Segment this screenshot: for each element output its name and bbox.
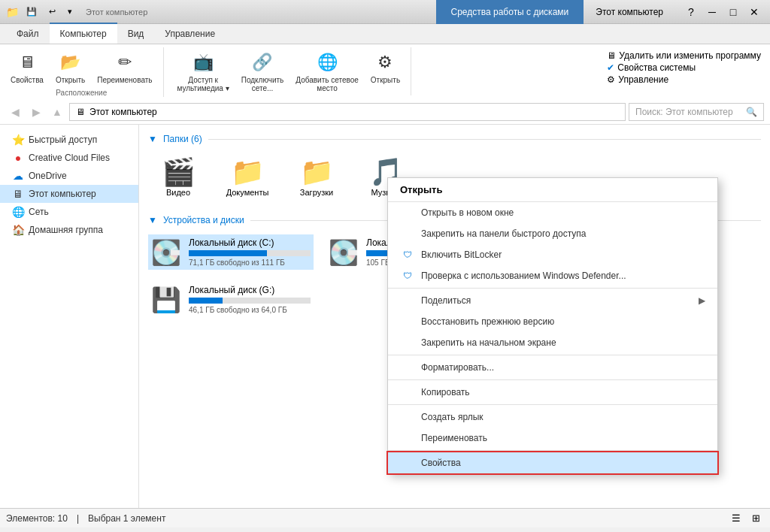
sidebar-item-homegroup[interactable]: 🏠 Домашняя группа	[0, 221, 138, 239]
cm-restore-prev[interactable]: Восстановить прежнюю версию	[388, 311, 717, 332]
tab-manage[interactable]: Управление	[154, 24, 226, 44]
properties-button[interactable]: 🖥 Свойства	[6, 47, 48, 87]
drive-g-size: 46,1 ГБ свободно из 64,0 ГБ	[189, 306, 311, 314]
cm-share-arrow: ▶	[699, 295, 705, 306]
details-view-button[interactable]: ☰	[728, 511, 744, 526]
drive-c[interactable]: 💽 Локальный диск (C:) 71,1 ГБ свободно и…	[148, 234, 314, 270]
close-button[interactable]: ✕	[744, 3, 764, 21]
open2-icon: ⚙	[373, 50, 397, 74]
folders-separator	[208, 139, 761, 140]
drive-g-bar-fill	[189, 298, 223, 304]
context-menu-header: Открыть	[388, 178, 717, 202]
cm-properties-label: Свойства	[421, 458, 461, 468]
cm-share[interactable]: Поделиться ▶	[388, 290, 717, 311]
manage-icon: ⚙	[607, 74, 615, 85]
title-bar-left: 📁 💾 ↩ ▾ Этот компьютер	[0, 5, 436, 18]
connect-button[interactable]: 🔗 Подключитьсете...	[237, 47, 289, 95]
main-content: ⭐ Быстрый доступ ● Creative Cloud Files …	[0, 125, 770, 508]
selected-count: Выбран 1 элемент	[88, 513, 165, 524]
cm-sep2	[388, 355, 717, 355]
drive-g[interactable]: 💾 Локальный диск (G:) 46,1 ГБ свободно и…	[148, 282, 314, 317]
cm-format[interactable]: Форматировать...	[388, 357, 717, 378]
multimedia-icon: 📺	[191, 50, 215, 74]
cm-pin-start-label: Закрепить на начальном экране	[421, 337, 556, 348]
addnet-button[interactable]: 🌐 Добавить сетевоеместо	[291, 47, 363, 95]
sysinfo-item[interactable]: ✔ Свойства системы	[607, 62, 761, 73]
tab-file[interactable]: Файл	[6, 24, 50, 44]
drive-c-info: Локальный диск (C:) 71,1 ГБ свободно из …	[189, 237, 311, 267]
title-center-tab: Средства работы с дисками	[436, 0, 584, 24]
folder-downloads[interactable]: 📁 Загрузки	[286, 153, 347, 200]
folders-section-header: ▼ Папки (6)	[148, 134, 761, 144]
tiles-view-button[interactable]: ⊞	[747, 511, 764, 526]
uninstall-label: Удалить или изменить программу	[619, 50, 761, 61]
cm-defender[interactable]: 🛡 Проверка с использованием Windows Defe…	[388, 265, 717, 286]
network-icon: 🌐	[12, 206, 24, 218]
maximize-button[interactable]: □	[723, 3, 743, 21]
cm-open-new-window[interactable]: Открыть в новом окне	[388, 202, 717, 223]
sidebar-item-network[interactable]: 🌐 Сеть	[0, 203, 138, 221]
quick-access-undo[interactable]: ↩	[44, 5, 60, 18]
ribbon-group-network: 📺 Доступ кмультимедиа ▾ 🔗 Подключитьсете…	[173, 47, 412, 95]
sidebar-item-quickaccess[interactable]: ⭐ Быстрый доступ	[0, 131, 138, 149]
cm-sep1	[388, 288, 717, 289]
quick-access-down[interactable]: ▾	[63, 5, 77, 18]
multimedia-button[interactable]: 📺 Доступ кмультимедиа ▾	[173, 47, 234, 95]
onedrive-label: OneDrive	[29, 171, 67, 181]
properties-label: Свойства	[11, 76, 44, 84]
minimize-button[interactable]: ─	[702, 3, 722, 21]
status-separator: |	[77, 513, 79, 524]
cm-rename-label: Переименовать	[421, 433, 487, 443]
sidebar-item-onedrive[interactable]: ☁ OneDrive	[0, 167, 138, 185]
tab-view[interactable]: Вид	[117, 24, 155, 44]
video-label: Видео	[166, 188, 190, 197]
back-button[interactable]: ◀	[6, 103, 24, 121]
cm-copy[interactable]: Копировать	[388, 382, 717, 403]
forward-button[interactable]: ▶	[27, 103, 45, 121]
homegroup-label: Домашняя группа	[29, 225, 103, 235]
open-icon: 📂	[59, 50, 83, 74]
uninstall-item[interactable]: 🖥 Удалить или изменить программу	[607, 50, 761, 61]
quickaccess-label: Быстрый доступ	[29, 135, 97, 145]
up-button[interactable]: ▲	[48, 103, 66, 121]
cm-copy-label: Копировать	[421, 387, 470, 397]
devices-chevron[interactable]: ▼	[148, 215, 157, 225]
folder-video[interactable]: 🎬 Видео	[148, 153, 208, 200]
cm-rename[interactable]: Переименовать	[388, 428, 717, 449]
open2-label: Открыть	[371, 76, 400, 84]
rename-button[interactable]: ✏ Переименовать	[92, 47, 156, 87]
cm-share-label: Поделиться	[421, 295, 471, 306]
docs-label: Документы	[226, 188, 269, 197]
devices-section-label: Устройства и диски	[163, 215, 244, 225]
cm-open-new-window-label: Открыть в новом окне	[421, 207, 514, 218]
onedrive-icon: ☁	[12, 170, 24, 182]
manage-label: Управление	[618, 74, 668, 85]
ribbon-buttons-left: 🖥 Свойства 📂 Открыть ✏ Переименовать	[6, 47, 157, 87]
sidebar-item-creative-cloud[interactable]: ● Creative Cloud Files	[0, 149, 138, 167]
content-area: ▼ Папки (6) 🎬 Видео 📁 Документы 📁 Загруз…	[139, 125, 770, 508]
search-field[interactable]: Поиск: Этот компьютер 🔍	[629, 103, 764, 121]
video-icon: 🎬	[162, 156, 196, 188]
open-button[interactable]: 📂 Открыть	[51, 47, 89, 87]
folder-docs[interactable]: 📁 Документы	[217, 153, 277, 200]
sidebar-item-thispc[interactable]: 🖥 Этот компьютер	[0, 185, 138, 203]
folders-section-label: Папки (6)	[163, 134, 202, 144]
manage-item[interactable]: ⚙ Управление	[607, 74, 761, 85]
cm-pin-start[interactable]: Закрепить на начальном экране	[388, 332, 717, 353]
tab-computer[interactable]: Компьютер	[50, 23, 117, 44]
cm-bitlocker[interactable]: 🛡 Включить BitLocker	[388, 244, 717, 265]
cm-pin-quickaccess[interactable]: Закрепить на панели быстрого доступа	[388, 223, 717, 244]
addnet-icon: 🌐	[315, 50, 339, 74]
quick-access-save[interactable]: 💾	[22, 5, 41, 18]
window-controls: ? ─ □ ✕	[675, 3, 770, 21]
address-field[interactable]: 🖥 Этот компьютер	[69, 103, 626, 121]
open2-button[interactable]: ⚙ Открыть	[366, 47, 405, 95]
cm-shortcut[interactable]: Создать ярлык	[388, 407, 717, 428]
ribbon-tabs: Файл Компьютер Вид Управление	[0, 24, 770, 44]
cm-properties[interactable]: Свойства	[388, 452, 717, 473]
folders-chevron[interactable]: ▼	[148, 134, 157, 144]
title-right-tab: Этот компьютер	[584, 4, 675, 20]
help-button[interactable]: ?	[681, 3, 701, 21]
cm-sep3	[388, 379, 717, 380]
context-menu: Открыть Открыть в новом окне Закрепить н…	[387, 177, 718, 474]
